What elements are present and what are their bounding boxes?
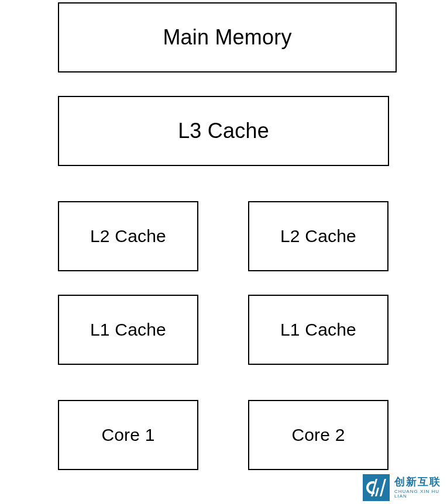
watermark-en: CHUANG XIN HU LIAN: [394, 489, 447, 499]
diagram-canvas: Main Memory L3 Cache L2 Cache L1 Cache C…: [0, 0, 447, 504]
main-memory-label: Main Memory: [163, 25, 291, 50]
l3-cache-box: L3 Cache: [58, 96, 389, 166]
watermark: 创新互联 CHUANG XIN HU LIAN: [359, 471, 447, 504]
l1-cache-label-2: L1 Cache: [280, 320, 356, 340]
core-box-2: Core 2: [248, 400, 388, 470]
l1-cache-label-1: L1 Cache: [90, 320, 166, 340]
watermark-cn: 创新互联: [394, 477, 447, 487]
core-box-1: Core 1: [58, 400, 198, 470]
l2-cache-label-1: L2 Cache: [90, 226, 166, 246]
main-memory-box: Main Memory: [58, 2, 397, 73]
l2-cache-box-1: L2 Cache: [58, 201, 198, 271]
l2-cache-label-2: L2 Cache: [280, 226, 356, 246]
l1-cache-box-1: L1 Cache: [58, 295, 198, 365]
watermark-text: 创新互联 CHUANG XIN HU LIAN: [394, 477, 447, 499]
core-label-1: Core 1: [101, 425, 154, 445]
l2-cache-box-2: L2 Cache: [248, 201, 388, 271]
watermark-logo-icon: [363, 474, 390, 501]
l3-cache-label: L3 Cache: [178, 119, 269, 143]
l1-cache-box-2: L1 Cache: [248, 295, 388, 365]
core-label-2: Core 2: [291, 425, 345, 445]
